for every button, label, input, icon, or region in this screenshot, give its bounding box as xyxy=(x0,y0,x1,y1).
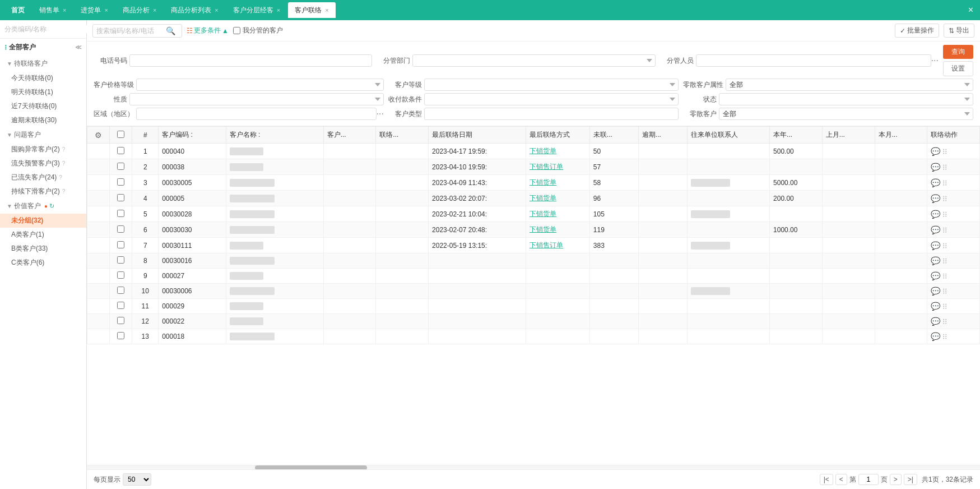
row-checkbox[interactable] xyxy=(117,302,124,309)
th-name[interactable]: 客户名称 : xyxy=(226,127,323,144)
sidebar-item-a[interactable]: A类客户(1) xyxy=(0,228,86,242)
batch-button[interactable]: ✓ 批量操作 xyxy=(895,24,939,38)
tab-sales-close[interactable]: × xyxy=(63,7,66,13)
contact-icon[interactable]: 💬 xyxy=(931,332,940,341)
tab-purchase[interactable]: 进货单 × xyxy=(74,2,114,18)
contact-icon[interactable]: 💬 xyxy=(931,241,940,250)
contact-icon[interactable]: 💬 xyxy=(931,163,940,172)
row-checkbox[interactable] xyxy=(117,332,124,339)
more-icon[interactable]: ⁝⁝ xyxy=(942,256,947,265)
adv-input-phone[interactable] xyxy=(129,54,372,67)
contact-icon[interactable]: 💬 xyxy=(931,178,940,187)
tab-product-analysis[interactable]: 商品分析 × xyxy=(116,2,163,18)
more-icon[interactable]: ⁝⁝ xyxy=(942,317,947,326)
lastway-link[interactable]: 下销售订单 xyxy=(530,163,563,170)
sidebar-item-c[interactable]: C类客户(6) xyxy=(0,256,86,270)
contact-icon[interactable]: 💬 xyxy=(931,256,940,265)
row-checkbox[interactable] xyxy=(117,271,124,279)
lastway-link[interactable]: 下销货单 xyxy=(530,210,556,218)
more-icon[interactable]: ⁝⁝ xyxy=(942,271,947,280)
contact-icon[interactable]: 💬 xyxy=(931,147,940,156)
tab-sales[interactable]: 销售单 × xyxy=(32,2,73,18)
my-customers-checkbox-wrap[interactable]: 我分管的客户 xyxy=(233,26,283,35)
adv-select-dept[interactable] xyxy=(412,54,655,67)
adv-select-zero-attr[interactable]: 全部 xyxy=(726,79,973,91)
sidebar-search-input[interactable] xyxy=(4,25,89,33)
tab-product-list-close[interactable]: × xyxy=(215,7,218,13)
filter-search-icon[interactable]: 🔍 xyxy=(166,26,175,35)
row-checkbox[interactable] xyxy=(117,147,124,154)
more-icon[interactable]: ⁝⁝ xyxy=(942,210,947,219)
more-icon[interactable]: ⁝⁝ xyxy=(942,194,947,203)
contact-icon[interactable]: 💬 xyxy=(931,271,940,280)
all-customers-header[interactable]: ⁝ 全部客户 ≪ xyxy=(0,39,86,56)
row-checkbox[interactable] xyxy=(117,225,124,233)
scrollbar-placeholder[interactable] xyxy=(87,465,980,469)
adv-more-person[interactable]: ··· xyxy=(931,56,939,66)
adv-select-price-grade[interactable] xyxy=(136,79,384,91)
reset-button[interactable]: 设置 xyxy=(943,61,973,76)
contact-icon[interactable]: 💬 xyxy=(931,317,940,326)
lastway-link[interactable]: 下销货单 xyxy=(530,147,556,155)
sidebar-group-value[interactable]: ▼ 价值客户 ● ↻ xyxy=(0,199,86,214)
home-tab[interactable]: 首页 xyxy=(4,2,31,18)
td-select[interactable] xyxy=(110,206,132,222)
settings-icon[interactable]: ⚙ xyxy=(95,131,102,140)
query-button[interactable]: 查询 xyxy=(943,45,973,59)
adv-more-region[interactable]: ··· xyxy=(377,109,384,119)
td-select[interactable] xyxy=(110,222,132,238)
contact-icon[interactable]: 💬 xyxy=(931,194,940,203)
next-page-button[interactable]: > xyxy=(890,474,902,485)
filter-more-button[interactable]: ☷ 更多条件 ▲ xyxy=(187,26,229,35)
adv-input-person[interactable] xyxy=(696,54,931,67)
td-select[interactable] xyxy=(110,159,132,175)
row-checkbox[interactable] xyxy=(117,317,124,324)
more-icon[interactable]: ⁝⁝ xyxy=(942,178,947,187)
filter-search-input[interactable] xyxy=(96,27,164,35)
contact-icon[interactable]: 💬 xyxy=(931,210,940,219)
th-code[interactable]: 客户编码 : xyxy=(159,127,226,144)
td-select[interactable] xyxy=(110,329,132,344)
sidebar-group-pending[interactable]: ▼ 待联络客户 xyxy=(0,56,86,71)
lastway-link[interactable]: 下销售订单 xyxy=(530,241,563,249)
td-select[interactable] xyxy=(110,253,132,269)
tab-customer-layer[interactable]: 客户分层经客 × xyxy=(226,2,287,18)
row-checkbox[interactable] xyxy=(117,256,124,264)
refresh-icon[interactable]: ↻ xyxy=(49,202,54,210)
more-icon[interactable]: ⁝⁝ xyxy=(942,241,947,250)
last-page-button[interactable]: >| xyxy=(904,474,917,485)
sidebar-item-declining[interactable]: 持续下滑客户(2) ? xyxy=(0,184,86,199)
adv-input-region[interactable] xyxy=(136,108,377,120)
lastway-link[interactable]: 下销货单 xyxy=(530,225,556,233)
row-checkbox[interactable] xyxy=(117,241,124,248)
sidebar-item-overdue[interactable]: 逾期未联络(30) xyxy=(0,113,86,127)
sidebar-item-abnormal[interactable]: 囤购异常客户(2) ? xyxy=(0,142,86,156)
more-icon[interactable]: ⁝⁝ xyxy=(942,332,947,341)
th-lastdate[interactable]: 最后联络日期 xyxy=(429,127,526,144)
first-page-button[interactable]: |< xyxy=(820,474,833,485)
tab-purchase-close[interactable]: × xyxy=(104,7,108,13)
td-select[interactable] xyxy=(110,144,132,159)
page-size-select[interactable]: 20 50 100 xyxy=(123,473,151,486)
export-button[interactable]: ⇅ 导出 xyxy=(944,24,974,38)
more-icon[interactable]: ⁝⁝ xyxy=(942,147,947,156)
contact-icon[interactable]: 💬 xyxy=(931,302,940,311)
page-input[interactable] xyxy=(858,474,879,485)
td-select[interactable] xyxy=(110,299,132,314)
row-checkbox[interactable] xyxy=(117,163,124,170)
lastway-link[interactable]: 下销货单 xyxy=(530,178,556,186)
more-icon[interactable]: ⁝⁝ xyxy=(942,163,947,172)
tab-customer-contact-close[interactable]: × xyxy=(325,7,328,13)
tab-product-analysis-close[interactable]: × xyxy=(153,7,156,13)
th-settings[interactable]: ⚙ xyxy=(87,127,110,144)
adv-select-zero-cust[interactable]: 全部 xyxy=(719,108,973,120)
select-all-checkbox[interactable] xyxy=(117,131,124,138)
sidebar-item-today[interactable]: 今天待联络(0) xyxy=(0,71,86,85)
row-checkbox[interactable] xyxy=(117,210,124,217)
adv-select-cust-grade[interactable] xyxy=(424,79,679,91)
prev-page-button[interactable]: < xyxy=(835,474,847,485)
row-checkbox[interactable] xyxy=(117,287,124,294)
td-select[interactable] xyxy=(110,284,132,299)
lastway-link[interactable]: 下销货单 xyxy=(530,194,556,202)
adv-select-status[interactable] xyxy=(719,93,973,105)
